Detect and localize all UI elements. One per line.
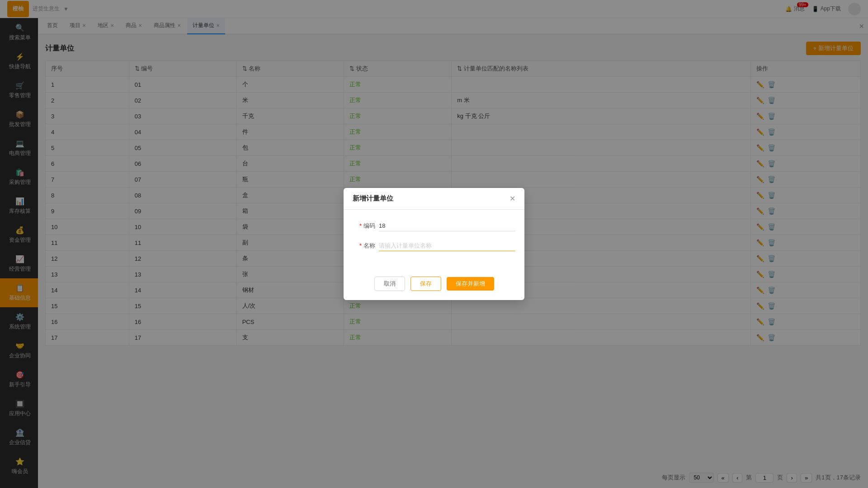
modal-header: 新增计量单位 ✕: [344, 188, 524, 210]
code-input[interactable]: [379, 221, 515, 231]
modal-overlay: 新增计量单位 ✕ *编码 *名称 取消 保存 保存并新增: [0, 0, 868, 488]
modal-body: *编码 *名称: [344, 210, 524, 271]
form-row-code: *编码: [353, 221, 515, 231]
required-star-name: *: [359, 242, 362, 249]
modal-footer: 取消 保存 保存并新增: [344, 271, 524, 300]
save-button[interactable]: 保存: [410, 277, 441, 291]
save-add-button[interactable]: 保存并新增: [447, 277, 494, 291]
modal-title: 新增计量单位: [353, 194, 393, 203]
add-unit-modal: 新增计量单位 ✕ *编码 *名称 取消 保存 保存并新增: [344, 188, 524, 300]
name-input[interactable]: [379, 240, 515, 251]
required-star-code: *: [359, 222, 362, 229]
name-label: *名称: [353, 242, 375, 250]
form-row-name: *名称: [353, 240, 515, 251]
code-label: *编码: [353, 222, 375, 230]
cancel-button[interactable]: 取消: [374, 277, 405, 291]
modal-close-button[interactable]: ✕: [509, 194, 515, 203]
